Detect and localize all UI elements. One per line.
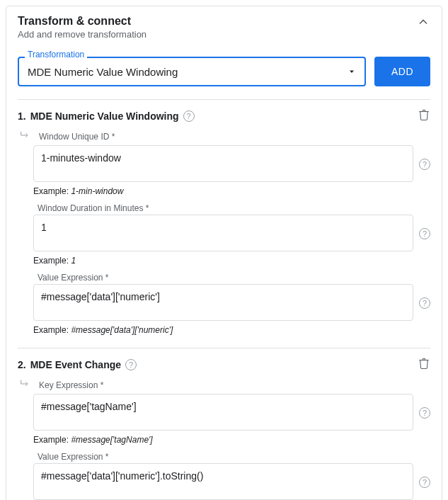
transform-connect-card: Transform & connect Add and remove trans… — [6, 6, 442, 500]
delete-button[interactable] — [418, 108, 430, 124]
chevron-up-icon — [416, 19, 430, 31]
field-help-icon[interactable]: ? — [419, 407, 430, 419]
transformation-select-wrap: Transformation MDE Numeric Value Windowi… — [18, 57, 366, 86]
input-row: #message['data']['numeric'].toString()? — [33, 463, 430, 500]
transformation-section: 2.MDE Event Change?Key Expression *#mess… — [18, 348, 430, 500]
field-group: Value Expression *#message['data']['nume… — [33, 452, 430, 500]
sub-arrow-icon — [19, 378, 30, 392]
field-label: Window Unique ID * — [35, 132, 115, 142]
field-label: Value Expression * — [33, 452, 430, 462]
card-title: Transform & connect — [18, 15, 147, 28]
card-header: Transform & connect Add and remove trans… — [18, 15, 430, 40]
trash-icon — [418, 111, 430, 123]
field-label: Window Duration in Minutes * — [33, 203, 430, 213]
field-help-icon[interactable]: ? — [419, 159, 430, 170]
trash-icon — [418, 360, 430, 372]
header-text-group: Transform & connect Add and remove trans… — [18, 15, 147, 40]
transformation-selector-row: Transformation MDE Numeric Value Windowi… — [18, 57, 430, 86]
example-value: #message['data']['numeric'] — [71, 325, 173, 335]
field-example: Example: 1 — [33, 256, 430, 266]
field-input[interactable]: #message['data']['numeric'].toString() — [33, 463, 413, 500]
collapse-button[interactable] — [416, 15, 430, 32]
example-label: Example: — [33, 435, 69, 445]
example-value: #message['tagName'] — [71, 435, 152, 445]
section-title: MDE Numeric Value Windowing — [30, 110, 179, 122]
example-label: Example: — [33, 186, 69, 196]
transformation-select[interactable]: MDE Numeric Value Windowing — [18, 57, 366, 86]
section-help-icon[interactable]: ? — [183, 110, 195, 122]
field-group: Value Expression *#message['data']['nume… — [33, 273, 430, 335]
field-example: Example: #message['tagName'] — [33, 435, 430, 445]
add-button[interactable]: ADD — [374, 57, 430, 86]
field-input[interactable]: #message['tagName'] — [33, 394, 413, 431]
example-label: Example: — [33, 325, 69, 335]
section-title-wrap: 2.MDE Event Change? — [18, 359, 137, 370]
field-arrow-row: Key Expression * — [18, 378, 430, 392]
section-help-icon[interactable]: ? — [125, 359, 137, 370]
input-row: #message['data']['numeric']? — [33, 284, 430, 321]
card-subtitle: Add and remove transformation — [18, 29, 147, 40]
input-row: 1-minutes-window? — [33, 145, 430, 182]
input-row: 1? — [33, 215, 430, 251]
example-value: 1-min-window — [71, 186, 123, 196]
section-number: 2. — [18, 359, 26, 370]
section-header: 1.MDE Numeric Value Windowing? — [18, 108, 430, 124]
field-input[interactable]: 1 — [33, 215, 413, 251]
transformation-select-label: Transformation — [25, 50, 87, 59]
field-help-icon[interactable]: ? — [419, 228, 430, 239]
example-value: 1 — [71, 256, 76, 266]
field-group: #message['tagName']?Example: #message['t… — [33, 394, 430, 445]
section-number: 1. — [18, 110, 26, 122]
field-input[interactable]: 1-minutes-window — [33, 145, 413, 182]
transformation-section: 1.MDE Numeric Value Windowing?Window Uni… — [18, 99, 430, 335]
field-example: Example: #message['data']['numeric'] — [33, 325, 430, 335]
field-example: Example: 1-min-window — [33, 186, 430, 196]
field-group: 1-minutes-window?Example: 1-min-window — [33, 145, 430, 196]
delete-button[interactable] — [418, 357, 430, 373]
chevron-down-icon — [348, 66, 356, 78]
section-title: MDE Event Change — [30, 359, 121, 370]
field-input[interactable]: #message['data']['numeric'] — [33, 284, 413, 321]
example-label: Example: — [33, 256, 69, 266]
field-arrow-row: Window Unique ID * — [18, 130, 430, 144]
section-title-wrap: 1.MDE Numeric Value Windowing? — [18, 110, 195, 122]
field-help-icon[interactable]: ? — [419, 477, 430, 488]
field-label: Key Expression * — [35, 380, 103, 390]
section-header: 2.MDE Event Change? — [18, 357, 430, 373]
svg-marker-0 — [350, 70, 354, 73]
field-help-icon[interactable]: ? — [419, 297, 430, 309]
field-label: Value Expression * — [33, 273, 430, 283]
transformation-select-value: MDE Numeric Value Windowing — [28, 66, 178, 78]
sub-arrow-icon — [19, 130, 30, 144]
input-row: #message['tagName']? — [33, 394, 430, 431]
field-group: Window Duration in Minutes *1?Example: 1 — [33, 203, 430, 266]
